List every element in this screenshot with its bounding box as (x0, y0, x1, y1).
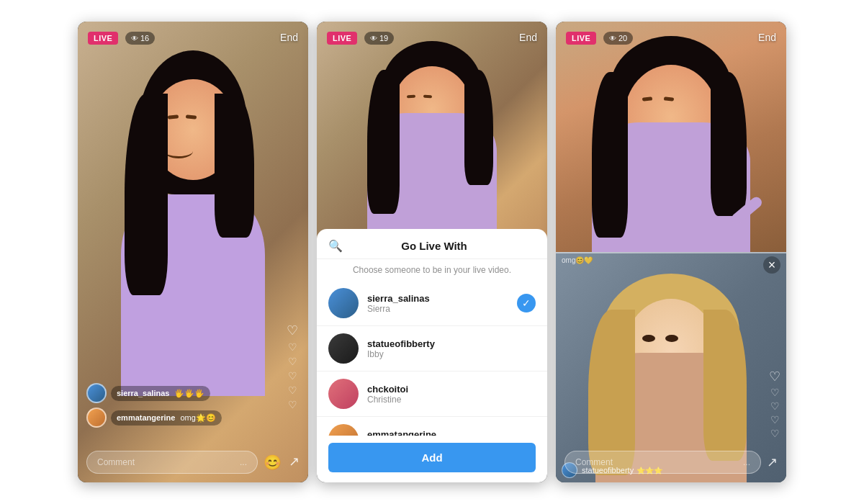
check-circle-0: ✓ (517, 294, 536, 312)
comments-area-1: sierra_salinas 🖐🖐🖐 emmatangerine omg🌟😊 (86, 383, 300, 432)
screen2-video: LIVE 👁 19 End (317, 22, 547, 243)
eye-icon-1: 👁 (131, 35, 138, 42)
screen-2: LIVE 👁 19 End (317, 22, 547, 482)
user-item-1[interactable]: statueofibberty Ibby (317, 326, 547, 372)
viewer-count-2: 👁 19 (364, 32, 394, 45)
user-avatar-2 (328, 379, 359, 409)
emoji-icon-1[interactable]: 😊 (264, 454, 282, 471)
user-handle-0: sierra_salinas (367, 293, 508, 304)
bottom-icons-1: 😊 ↗ (264, 454, 300, 471)
split-divider (556, 252, 786, 253)
user-handle-1: statueofibberty (367, 338, 536, 349)
user-name-2: Christine (367, 395, 536, 405)
user-handle-2: chckoitoi (367, 384, 536, 395)
user-item-3[interactable]: emmatangerine emma (317, 417, 547, 436)
screen-3: LIVE 👁 20 End (556, 22, 786, 482)
comment-item-2: emmatangerine omg🌟😊 (86, 408, 300, 428)
close-button-3[interactable]: × (763, 256, 780, 274)
user-info-2: chckoitoi Christine (367, 384, 536, 405)
viewer-count-3: 👁 20 (603, 32, 633, 45)
add-button[interactable]: Add (328, 443, 536, 472)
viewer-count-1: 👁 16 (125, 32, 155, 45)
share-icon-3[interactable]: ↗ (767, 454, 778, 470)
user-name-1: Ibby (367, 349, 536, 359)
user-item-2[interactable]: chckoitoi Christine (317, 372, 547, 417)
comment-input-3[interactable]: Comment ... (564, 451, 761, 474)
user-info-3: emmatangerine emma (367, 429, 536, 436)
search-icon-modal[interactable]: 🔍 (328, 239, 343, 253)
user-avatar-0 (328, 288, 359, 318)
hearts-right-3: ♡ ♡ ♡ ♡ ♡ (769, 369, 780, 439)
screen-1: LIVE 👁 16 End ♡ ♡ ♡ ♡ ♡ ♡ sierra_salinas… (78, 22, 308, 482)
modal-title: Go Live With (350, 240, 518, 252)
comment-text-2: emmatangerine omg🌟😊 (111, 410, 222, 426)
modal-header: 🔍 Go Live With (317, 229, 547, 259)
bottom-bar-1: Comment ... 😊 ↗ (86, 451, 300, 474)
comment-text-1: sierra_salinas 🖐🖐🖐 (111, 386, 210, 401)
user-list: sierra_salinas Sierra ✓ statueofibberty … (317, 281, 547, 436)
split-bottom: × statueofibberty ⭐⭐⭐ omg😊💛 ♡ ♡ ♡ ♡ (556, 252, 786, 482)
comment-avatar-1 (86, 383, 107, 403)
live-badge-3: LIVE (566, 32, 596, 45)
user-avatar-3 (328, 424, 359, 436)
split-top: LIVE 👁 20 End (556, 22, 786, 252)
screens-container: LIVE 👁 16 End ♡ ♡ ♡ ♡ ♡ ♡ sierra_salinas… (0, 0, 864, 504)
share-icon-1[interactable]: ↗ (289, 454, 300, 471)
comment-item-1: sierra_salinas 🖐🖐🖐 (86, 383, 300, 403)
end-button-1[interactable]: End (280, 32, 298, 43)
comment-input-1[interactable]: Comment ... (86, 451, 258, 474)
user-item-0[interactable]: sierra_salinas Sierra ✓ (317, 281, 547, 326)
user-info-0: sierra_salinas Sierra (367, 293, 508, 314)
modal-sheet: 🔍 Go Live With Choose someone to be in y… (317, 229, 547, 482)
user-avatar-1 (328, 333, 359, 364)
split-screen: LIVE 👁 20 End (556, 22, 786, 482)
end-button-2[interactable]: End (519, 32, 537, 43)
comment-avatar-2 (86, 408, 107, 428)
user-handle-3: emmatangerine (367, 429, 536, 436)
comment-omg: omg😊💛 (562, 256, 593, 264)
bottom-icons-3: ↗ (767, 454, 778, 470)
bottom-bar-3: Comment ... ↗ (564, 451, 778, 474)
end-button-3[interactable]: End (758, 32, 776, 43)
modal-subtitle: Choose someone to be in your live video. (317, 259, 547, 281)
live-badge-1: LIVE (88, 32, 118, 45)
live-badge-2: LIVE (327, 32, 357, 45)
user-info-1: statueofibberty Ibby (367, 338, 536, 359)
user-name-0: Sierra (367, 304, 508, 314)
